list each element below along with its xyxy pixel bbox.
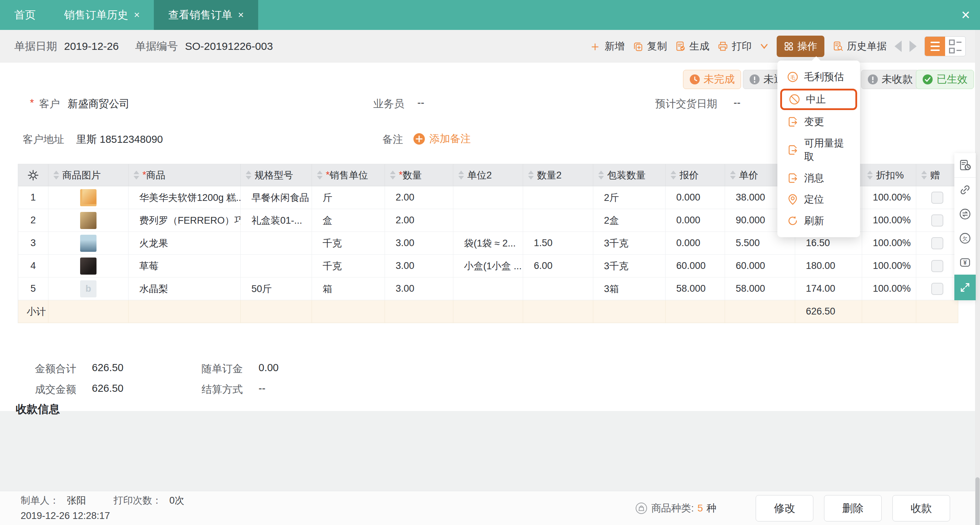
doc-no-value: SO-20191226-003 (185, 40, 273, 52)
tab-view-order[interactable]: 查看销售订单× (154, 0, 258, 30)
gear-icon[interactable] (27, 169, 39, 181)
cell-gift-checkbox[interactable] (916, 232, 958, 255)
operate-button[interactable]: 操作 (777, 36, 824, 57)
card-view-button[interactable] (945, 37, 966, 56)
gift-checkbox[interactable] (931, 215, 943, 226)
col-header-product-name[interactable]: *商品 (129, 164, 241, 186)
receive-payment-button[interactable]: 收款 (892, 495, 950, 522)
product-image[interactable] (80, 212, 97, 229)
add-button[interactable]: ＋ 新增 (589, 40, 625, 53)
menu-item-profit-estimate[interactable]: 毛毛利预估 (777, 66, 860, 88)
menu-item-locate[interactable]: 定位 (777, 189, 860, 210)
list-view-button[interactable] (925, 37, 945, 56)
sort-arrows[interactable] (390, 170, 396, 180)
sort-arrows[interactable] (317, 170, 323, 180)
cell-product-name: 华美华夫软饼1200g 糕... (129, 186, 241, 209)
scrollbar-track[interactable] (975, 30, 980, 525)
print-dropdown-icon[interactable] (760, 42, 769, 51)
cell-unit-price: 60.000 (725, 255, 795, 277)
svg-text:毛: 毛 (790, 75, 795, 80)
col-header-quantity[interactable]: *数量 (385, 164, 453, 186)
window-close-icon[interactable]: × (955, 0, 977, 30)
sort-arrows[interactable] (598, 170, 604, 180)
subtotal-label: 小计 (18, 300, 48, 323)
cell-spec-model (241, 232, 312, 255)
tab-bar: 首页销售订单历史×查看销售订单× × (0, 0, 980, 30)
cell-row-number: 4 (18, 255, 48, 277)
col-header-discount[interactable]: 折扣% (862, 164, 916, 186)
col-header-package-qty[interactable]: 包装数量 (593, 164, 665, 186)
menu-item-refresh[interactable]: 刷新 (777, 210, 860, 232)
cell-quote-price: 0.000 (665, 186, 725, 209)
sort-arrows[interactable] (458, 170, 464, 180)
doc-arrow-icon (787, 116, 799, 128)
scrollbar-thumb[interactable] (975, 477, 980, 525)
col-header-product-image[interactable]: 商品图片 (48, 164, 129, 186)
cell-gift-checkbox[interactable] (916, 209, 958, 232)
modify-button[interactable]: 修改 (756, 495, 813, 522)
history-button[interactable]: 历史单据 (832, 40, 887, 53)
subtotal-cell (523, 300, 593, 323)
menu-item-change[interactable]: 变更 (777, 111, 860, 132)
tab-home[interactable]: 首页 (0, 0, 50, 30)
tab-label: 销售订单历史 (64, 8, 128, 22)
sort-arrows[interactable] (921, 170, 927, 180)
cell-quantity2: 6.00 (523, 255, 593, 277)
gift-checkbox[interactable] (931, 260, 943, 272)
cell-gift-checkbox[interactable] (916, 255, 958, 277)
sort-arrows[interactable] (671, 170, 676, 180)
menu-item-available-extract[interactable]: 可用量提取 (777, 132, 860, 167)
tab-close-icon[interactable]: × (238, 9, 243, 21)
link-icon[interactable] (955, 178, 976, 202)
tab-order-history[interactable]: 销售订单历史× (50, 0, 154, 30)
product-image[interactable] (80, 235, 97, 252)
col-header-gift-checkbox[interactable]: 赠 (916, 164, 958, 186)
cell-spec-model: 50斤 (241, 277, 312, 300)
expand-icon[interactable] (955, 275, 976, 300)
cell-package-qty: 3千克 (593, 232, 665, 255)
gift-checkbox[interactable] (931, 192, 943, 204)
delete-button[interactable]: 删除 (824, 495, 882, 522)
print-button[interactable]: 打印 (717, 40, 752, 53)
cell-gift-checkbox[interactable] (916, 277, 958, 300)
sort-arrows[interactable] (528, 170, 534, 180)
next-doc-arrow[interactable] (910, 41, 916, 52)
menu-item-message[interactable]: 消息 (777, 167, 860, 189)
tab-close-icon[interactable]: × (134, 9, 140, 21)
product-image[interactable]: b (80, 280, 97, 298)
product-image[interactable] (80, 258, 97, 275)
currency-icon[interactable]: ¥ (955, 250, 976, 275)
sort-arrows[interactable] (246, 170, 251, 180)
delivery-date-value: -- (733, 97, 740, 109)
exchange-icon[interactable] (955, 202, 976, 226)
total-amount-value: 626.50 (92, 362, 124, 374)
toolbar-actions: ＋ 新增 复制 生成 打印 操作 历史单据 (589, 30, 966, 63)
doc-info: 单据日期 2019-12-26 单据编号 SO-20191226-003 (14, 30, 273, 63)
subtotal-cell (725, 300, 795, 323)
sort-arrows[interactable] (53, 170, 59, 180)
gift-checkbox[interactable] (931, 237, 943, 249)
doc-date-value: 2019-12-26 (64, 40, 119, 52)
sort-arrows[interactable] (867, 170, 873, 180)
owe-icon[interactable]: 欠 (955, 226, 976, 250)
menu-item-abort[interactable]: 中止 (780, 89, 857, 110)
prev-doc-arrow[interactable] (894, 41, 902, 52)
gift-checkbox[interactable] (931, 283, 943, 295)
doc-history-icon[interactable] (955, 153, 976, 178)
sort-arrows[interactable] (134, 170, 139, 180)
add-remark-link[interactable]: 添加备注 (413, 132, 471, 146)
col-header-row-number[interactable] (18, 164, 48, 186)
col-header-quantity2[interactable]: 数量2 (523, 164, 593, 186)
col-header-sales-unit[interactable]: *销售单位 (312, 164, 385, 186)
cell-product-image (48, 186, 129, 209)
generate-button[interactable]: 生成 (675, 40, 710, 53)
product-image[interactable] (80, 189, 97, 206)
cell-gift-checkbox[interactable] (916, 186, 958, 209)
col-header-unit2[interactable]: 单位2 (453, 164, 523, 186)
copy-button[interactable]: 复制 (632, 40, 667, 53)
col-header-spec-model[interactable]: 规格型号 (241, 164, 312, 186)
cell-unit2 (453, 277, 523, 300)
col-header-quote-price[interactable]: 报价 (665, 164, 725, 186)
grid-icon (784, 41, 794, 51)
sort-arrows[interactable] (730, 170, 736, 180)
